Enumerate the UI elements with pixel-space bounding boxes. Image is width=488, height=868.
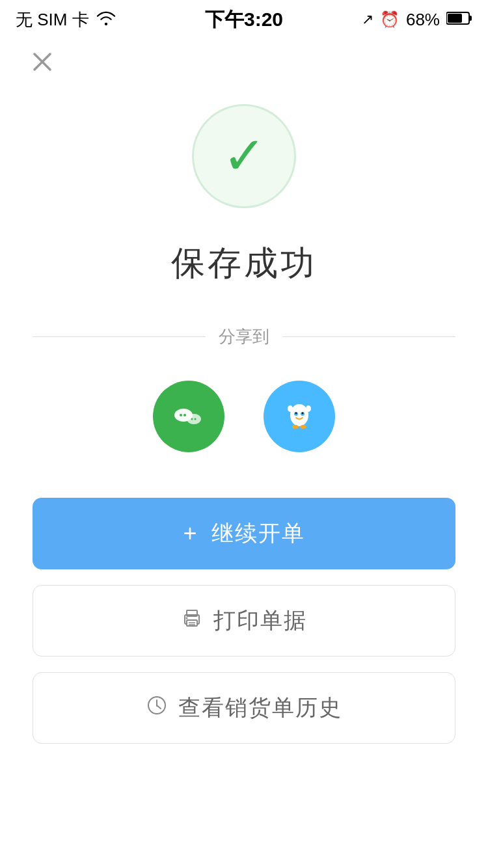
wifi-icon — [96, 10, 116, 30]
share-label: 分享到 — [219, 325, 269, 348]
continue-label: 继续开单 — [211, 519, 305, 549]
svg-point-9 — [191, 418, 193, 420]
history-button[interactable]: 查看销货单历史 — [33, 672, 455, 744]
share-qq-button[interactable] — [264, 381, 335, 452]
close-button[interactable] — [26, 46, 59, 78]
svg-point-11 — [290, 404, 308, 426]
alarm-icon: ⏰ — [380, 10, 400, 29]
status-left: 无 SIM 卡 — [16, 8, 116, 31]
print-button[interactable]: 打印单据 — [33, 585, 455, 657]
svg-point-16 — [288, 405, 293, 412]
plus-icon: + — [183, 520, 198, 547]
clock-icon — [146, 694, 168, 722]
svg-point-14 — [295, 413, 297, 414]
share-divider: 分享到 — [33, 325, 455, 348]
printer-icon — [181, 607, 203, 634]
action-buttons: + 继续开单 打印单据 — [33, 498, 455, 744]
svg-point-25 — [186, 617, 188, 619]
share-wechat-button[interactable] — [153, 381, 224, 452]
svg-point-8 — [187, 414, 201, 424]
battery-icon — [446, 10, 472, 30]
svg-point-15 — [302, 413, 304, 414]
continue-button[interactable]: + 继续开单 — [33, 498, 455, 569]
svg-point-7 — [183, 414, 186, 416]
print-label: 打印单据 — [213, 606, 307, 636]
success-title: 保存成功 — [171, 241, 317, 286]
share-section: 分享到 — [0, 325, 488, 452]
checkmark-icon: ✓ — [223, 130, 266, 182]
battery-percent: 68% — [406, 10, 440, 30]
svg-line-28 — [157, 705, 161, 709]
location-icon: ↗ — [362, 11, 373, 28]
svg-point-6 — [180, 414, 182, 416]
wechat-icon — [169, 397, 208, 436]
status-bar: 无 SIM 卡 下午3:20 ↗ ⏰ 68% — [0, 0, 488, 39]
svg-point-18 — [292, 425, 299, 429]
svg-rect-2 — [448, 14, 462, 23]
status-right: ↗ ⏰ 68% — [362, 10, 472, 30]
history-label: 查看销货单历史 — [178, 693, 342, 723]
svg-point-17 — [306, 405, 311, 412]
main-content: ✓ 保存成功 分享到 — [0, 39, 488, 744]
success-icon-circle: ✓ — [192, 104, 296, 208]
share-icons — [33, 381, 455, 452]
svg-point-10 — [195, 418, 197, 420]
svg-rect-1 — [469, 16, 472, 21]
status-time: 下午3:20 — [205, 7, 283, 33]
no-sim-label: 无 SIM 卡 — [16, 8, 89, 31]
qq-icon — [280, 397, 319, 436]
svg-point-19 — [300, 425, 306, 429]
